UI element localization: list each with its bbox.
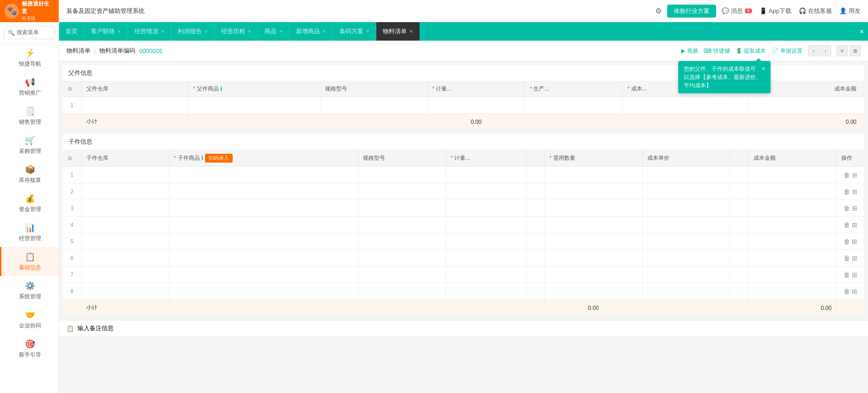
child-row-unit-price[interactable] bbox=[642, 283, 730, 300]
grid-view-button[interactable]: ⊞ bbox=[850, 45, 861, 56]
breadcrumb-main[interactable]: 物料清单 bbox=[66, 47, 90, 55]
child-row-spec[interactable] bbox=[358, 283, 446, 300]
child-row-spec[interactable] bbox=[358, 183, 446, 200]
nav-next-button[interactable]: › bbox=[820, 45, 831, 56]
tab-material-list[interactable]: 物料清单 × bbox=[376, 22, 420, 41]
tab-customers[interactable]: 客户联络 × bbox=[84, 22, 128, 41]
child-row-goods[interactable] bbox=[169, 200, 358, 217]
tab-operation-status[interactable]: 经营情况 × bbox=[128, 22, 171, 41]
child-row-warehouse[interactable] bbox=[81, 266, 169, 283]
nav-prev-button[interactable]: ‹ bbox=[808, 45, 819, 56]
trial-button[interactable]: 体验行业方案 bbox=[667, 5, 716, 18]
single-settings-action[interactable]: 📄 单据设置 bbox=[772, 47, 802, 55]
child-row-goods[interactable] bbox=[169, 250, 358, 266]
settings-icon[interactable]: ⚙ bbox=[655, 6, 662, 15]
online-service-button[interactable]: 🎧 在线客服 bbox=[799, 7, 832, 15]
tab-close-all[interactable]: ✕ bbox=[856, 22, 868, 41]
copy-row-button[interactable]: ⊞ bbox=[852, 188, 857, 195]
child-row-spec[interactable] bbox=[358, 266, 446, 283]
col-settings-icon[interactable]: ⚙ bbox=[67, 86, 72, 92]
child-row-quantity[interactable] bbox=[544, 217, 642, 233]
child-row-warehouse[interactable] bbox=[81, 217, 169, 233]
child-row-unit-price[interactable] bbox=[642, 200, 730, 217]
child-row-goods[interactable] bbox=[169, 217, 358, 233]
copy-row-button[interactable]: ⊞ bbox=[852, 288, 857, 295]
child-row-unit-price[interactable] bbox=[642, 266, 730, 283]
child-row-unit-price[interactable] bbox=[642, 217, 730, 233]
child-row-spec[interactable] bbox=[358, 217, 446, 233]
extract-cost-action[interactable]: 💲 提取成本 × 您的父件、子件的成本取值可以选择【参考成本、最新进价、平均成本… bbox=[735, 47, 766, 55]
tab-new-goods-close[interactable]: × bbox=[323, 28, 326, 35]
user-menu[interactable]: 👤 用友 bbox=[839, 7, 861, 15]
tab-goods-close[interactable]: × bbox=[279, 28, 283, 35]
copy-row-button[interactable]: ⊞ bbox=[852, 221, 857, 229]
child-row-warehouse[interactable] bbox=[81, 283, 169, 300]
parent-row-cost[interactable] bbox=[622, 97, 720, 114]
delete-row-button[interactable]: 🗑 bbox=[844, 271, 850, 278]
tab-operation-status-close[interactable]: × bbox=[161, 28, 164, 35]
delete-row-button[interactable]: 🗑 bbox=[844, 288, 850, 295]
tab-new-goods[interactable]: 新增商品 × bbox=[289, 22, 333, 41]
child-col-settings-icon[interactable]: ⚙ bbox=[67, 155, 72, 162]
scan-input-button[interactable]: 扫码录入 bbox=[205, 154, 233, 163]
child-row-unit[interactable] bbox=[446, 183, 526, 200]
sidebar-item-sales[interactable]: 🗒️ 销售管理 bbox=[0, 102, 59, 131]
child-row-goods[interactable] bbox=[169, 266, 358, 283]
child-row-unit-price[interactable] bbox=[642, 250, 730, 266]
child-row-quantity[interactable] bbox=[544, 183, 642, 200]
child-row-unit[interactable] bbox=[446, 266, 526, 283]
child-row-quantity[interactable] bbox=[544, 233, 642, 250]
parent-row-unit[interactable] bbox=[427, 97, 524, 114]
child-row-unit-price[interactable] bbox=[642, 183, 730, 200]
tab-profit-close[interactable]: × bbox=[205, 28, 208, 35]
sidebar-item-inventory[interactable]: 📦 库存核算 bbox=[0, 160, 59, 189]
tab-material-list-close[interactable]: × bbox=[410, 28, 413, 35]
child-row-unit[interactable] bbox=[446, 233, 526, 250]
child-row-unit[interactable] bbox=[446, 250, 526, 266]
child-row-goods[interactable] bbox=[169, 283, 358, 300]
child-row-warehouse[interactable] bbox=[81, 233, 169, 250]
child-row-warehouse[interactable] bbox=[81, 200, 169, 217]
child-row-goods[interactable] bbox=[169, 233, 358, 250]
list-view-button[interactable]: ≡ bbox=[837, 45, 848, 56]
tab-operation-history-close[interactable]: × bbox=[248, 28, 251, 35]
tab-home[interactable]: 首页 bbox=[59, 22, 84, 41]
child-row-spec[interactable] bbox=[358, 200, 446, 217]
child-row-quantity[interactable] bbox=[544, 167, 642, 183]
app-download-button[interactable]: 📱 App下载 bbox=[760, 7, 791, 15]
tab-goods[interactable]: 商品 × bbox=[258, 22, 289, 41]
copy-row-button[interactable]: ⊞ bbox=[852, 254, 857, 262]
copy-row-button[interactable]: ⊞ bbox=[852, 238, 857, 245]
tab-barcode-close[interactable]: × bbox=[366, 28, 369, 35]
child-row-unit[interactable] bbox=[446, 200, 526, 217]
sidebar-item-operation[interactable]: 📊 经营管理 bbox=[0, 218, 59, 247]
child-row-goods[interactable] bbox=[169, 167, 358, 183]
view-action[interactable]: ▶ 视频 bbox=[681, 47, 698, 55]
tab-profit[interactable]: 利润报告 × bbox=[171, 22, 215, 41]
sidebar-item-basic-info[interactable]: 📋 基础信息 bbox=[0, 247, 59, 276]
child-row-spec[interactable] bbox=[358, 233, 446, 250]
message-button[interactable]: 💬 消息 6 bbox=[722, 7, 752, 15]
copy-row-button[interactable]: ⊞ bbox=[852, 171, 857, 179]
shortcut-action[interactable]: ⌨ 快捷键 bbox=[704, 47, 730, 55]
parent-row-production[interactable] bbox=[525, 97, 622, 114]
delete-row-button[interactable]: 🗑 bbox=[844, 221, 850, 229]
delete-row-button[interactable]: 🗑 bbox=[844, 254, 850, 262]
child-row-spec[interactable] bbox=[358, 167, 446, 183]
copy-row-button[interactable]: ⊞ bbox=[852, 205, 857, 212]
delete-row-button[interactable]: 🗑 bbox=[844, 205, 850, 212]
child-row-quantity[interactable] bbox=[544, 283, 642, 300]
search-menu-button[interactable]: 🔍 搜索菜单 bbox=[4, 26, 55, 39]
child-row-unit[interactable] bbox=[446, 167, 526, 183]
child-row-warehouse[interactable] bbox=[81, 250, 169, 266]
sidebar-item-guide[interactable]: 🎯 新手引导 bbox=[0, 334, 59, 363]
sidebar-item-quick-nav[interactable]: ⚡ 快捷导航 bbox=[0, 43, 59, 73]
child-row-goods[interactable] bbox=[169, 183, 358, 200]
child-row-unit-price[interactable] bbox=[642, 233, 730, 250]
sidebar-item-purchase[interactable]: 🛒 采购管理 bbox=[0, 131, 59, 160]
tooltip-close-button[interactable]: × bbox=[762, 65, 765, 73]
parent-row-goods[interactable] bbox=[188, 97, 320, 114]
tab-operation-history[interactable]: 经营历程 × bbox=[215, 22, 258, 41]
child-row-unit[interactable] bbox=[446, 217, 526, 233]
child-row-quantity[interactable] bbox=[544, 266, 642, 283]
